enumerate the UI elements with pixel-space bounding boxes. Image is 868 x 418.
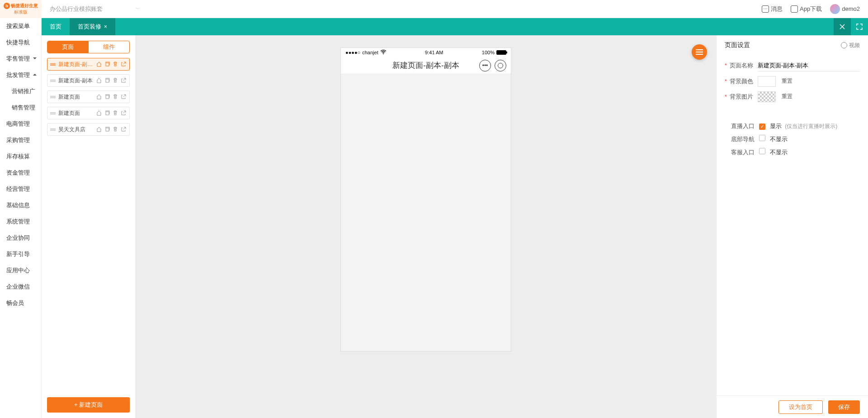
page-list-row[interactable]: 新建页面 xyxy=(47,107,130,119)
video-help-link[interactable]: 视频 xyxy=(841,42,860,49)
ribbon-tab[interactable]: 首页 xyxy=(42,18,70,35)
home-icon[interactable] xyxy=(96,126,102,133)
svg-point-5 xyxy=(383,53,384,54)
delete-icon[interactable] xyxy=(112,77,118,84)
seg-page-tab[interactable]: 页面 xyxy=(47,41,89,53)
app-download-link[interactable]: App下载 xyxy=(791,5,822,13)
sidebar-subitem[interactable]: 营销推广 xyxy=(0,83,41,100)
copy-icon[interactable] xyxy=(104,126,110,133)
page-list-row[interactable]: 新建页面 xyxy=(47,90,130,103)
sidebar-item[interactable]: 搜索菜单 xyxy=(0,18,41,34)
messages-link[interactable]: 消息 xyxy=(762,5,783,13)
capsule-more-icon: ••• xyxy=(479,60,491,71)
seg-component-tab[interactable]: 组件 xyxy=(89,41,130,53)
brand-name: 畅捷通好生意 xyxy=(11,3,38,9)
fullscreen-icon xyxy=(856,24,863,30)
avatar xyxy=(830,4,840,14)
set-as-home-button[interactable]: 设为首页 xyxy=(778,400,823,414)
wifi-icon xyxy=(380,50,387,55)
copy-icon[interactable] xyxy=(104,77,110,84)
user-menu[interactable]: demo2 xyxy=(830,4,860,14)
external-link-icon[interactable] xyxy=(120,126,127,133)
drag-handle-icon[interactable] xyxy=(50,63,56,66)
page-list-row[interactable]: 昊天文具店 xyxy=(47,123,130,136)
drag-handle-icon[interactable] xyxy=(50,112,56,114)
tenant-name: 办公品行业模拟账套 xyxy=(50,5,103,13)
page-name-label: 新建页面 xyxy=(58,109,93,117)
brand-logo[interactable]: b 畅捷通好生意 标准版 xyxy=(0,0,42,18)
sidebar-item[interactable]: 零售管理 xyxy=(0,51,41,67)
tab-ribbon: 首页首页装修× xyxy=(42,18,868,35)
bottom-nav-label: 不显示 xyxy=(770,136,788,142)
copy-icon[interactable] xyxy=(104,94,110,100)
sidebar-item[interactable]: 新手引导 xyxy=(0,246,41,262)
copy-icon[interactable] xyxy=(104,61,110,67)
brand-edition: 标准版 xyxy=(14,9,28,15)
bg-color-swatch[interactable] xyxy=(758,76,776,87)
sidebar-item[interactable]: 快捷导航 xyxy=(0,34,41,51)
external-link-icon[interactable] xyxy=(120,110,127,116)
sidebar-item[interactable]: 资金管理 xyxy=(0,165,41,181)
page-name-label: 新建页面 xyxy=(58,93,93,101)
sidebar-item[interactable]: 批发管理 xyxy=(0,67,41,83)
bottom-nav-checkbox[interactable] xyxy=(759,135,765,141)
field-label-bg-image: 背景图片 xyxy=(730,93,758,101)
phone-time: 9:41 AM xyxy=(425,50,443,55)
home-icon[interactable] xyxy=(96,110,102,116)
bg-image-swatch[interactable] xyxy=(758,91,776,102)
svg-rect-2 xyxy=(106,95,109,99)
close-all-tabs-button[interactable] xyxy=(834,18,851,35)
sidebar-item[interactable]: 库存核算 xyxy=(0,148,41,165)
drag-handle-icon[interactable] xyxy=(50,80,56,82)
tab-close-icon[interactable]: × xyxy=(104,24,107,30)
settings-title: 页面设置 xyxy=(725,41,750,49)
drag-handle-icon[interactable] xyxy=(50,128,56,131)
phone-body[interactable] xyxy=(341,74,511,351)
save-button[interactable]: 保存 xyxy=(828,400,860,414)
capsule-target-icon xyxy=(495,60,506,71)
home-icon[interactable] xyxy=(96,61,102,67)
phone-title-bar: 新建页面-副本-副本 ••• xyxy=(341,57,511,74)
svg-rect-3 xyxy=(106,112,109,115)
sidebar-item[interactable]: 系统管理 xyxy=(0,214,41,230)
ribbon-tab[interactable]: 首页装修× xyxy=(70,18,115,35)
service-checkbox[interactable] xyxy=(759,148,765,154)
svg-rect-4 xyxy=(106,128,109,131)
sidebar-item[interactable]: 基础信息 xyxy=(0,197,41,214)
sidebar-item[interactable]: 采购管理 xyxy=(0,132,41,148)
settings-panel: 页面设置 视频 * 页面名称 * 背景颜色 重置 xyxy=(716,35,868,418)
new-page-button[interactable]: + 新建页面 xyxy=(47,397,130,413)
phone-status-bar: ●●●●○ chanjet 9:41 AM 100% xyxy=(341,48,511,57)
bg-image-reset[interactable]: 重置 xyxy=(782,93,793,100)
bg-color-reset[interactable]: 重置 xyxy=(782,78,793,84)
page-name-input[interactable] xyxy=(758,60,860,71)
home-icon[interactable] xyxy=(96,77,102,84)
phone-icon xyxy=(791,5,798,13)
sidebar-item[interactable]: 应用中心 xyxy=(0,262,41,279)
fullscreen-button[interactable] xyxy=(851,18,868,35)
delete-icon[interactable] xyxy=(112,110,118,116)
sidebar-item[interactable]: 电商管理 xyxy=(0,116,41,132)
sidebar-item[interactable]: 企业协同 xyxy=(0,230,41,246)
field-label-live: 直播入口 xyxy=(731,122,759,130)
sidebar-item[interactable]: 畅会员 xyxy=(0,295,41,311)
delete-icon[interactable] xyxy=(112,126,118,133)
delete-icon[interactable] xyxy=(112,94,118,100)
component-drawer-toggle[interactable] xyxy=(692,44,707,60)
sidebar-subitem[interactable]: 销售管理 xyxy=(0,100,41,116)
sidebar-item[interactable]: 经营管理 xyxy=(0,181,41,197)
live-show-checkbox[interactable]: ✓ xyxy=(759,124,765,130)
chevron-down-icon: ﹀ xyxy=(136,6,140,12)
page-list-row[interactable]: 新建页面-副本... xyxy=(47,58,130,71)
page-name-label: 新建页面-副本... xyxy=(58,61,93,68)
external-link-icon[interactable] xyxy=(120,94,127,100)
copy-icon[interactable] xyxy=(104,110,110,116)
external-link-icon[interactable] xyxy=(120,77,127,84)
sidebar-item[interactable]: 企业微信 xyxy=(0,279,41,295)
external-link-icon[interactable] xyxy=(120,61,127,67)
tenant-selector[interactable]: 办公品行业模拟账套 ﹀ xyxy=(50,3,140,15)
delete-icon[interactable] xyxy=(112,61,118,67)
home-icon[interactable] xyxy=(96,94,102,100)
drag-handle-icon[interactable] xyxy=(50,96,56,98)
page-list-row[interactable]: 新建页面-副本 xyxy=(47,74,130,87)
